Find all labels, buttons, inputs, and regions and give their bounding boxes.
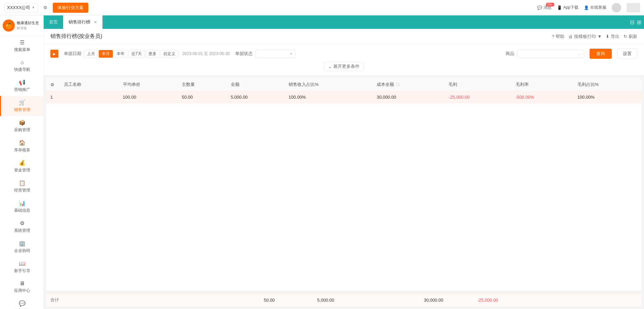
- tab-fullscreen-icon[interactable]: ⊞: [637, 19, 641, 25]
- date-btn-last-month[interactable]: 上月: [84, 50, 98, 58]
- wechat-icon: 💬: [19, 300, 26, 307]
- status-select[interactable]: [255, 50, 296, 58]
- online-service-label: 在线客服: [590, 5, 606, 10]
- setting-button[interactable]: 设置: [617, 48, 637, 59]
- settings-icon[interactable]: ⚙: [41, 3, 50, 12]
- avatar[interactable]: [612, 3, 621, 12]
- status-select-wrapper: ▼: [255, 50, 296, 58]
- tab-minimize-icon[interactable]: ⊟: [630, 19, 634, 25]
- sidebar-item-inventory[interactable]: 🏠 库存核算: [0, 136, 43, 156]
- sidebar-item-quick-nav[interactable]: ⌂ 快捷导航: [0, 56, 43, 76]
- sidebar-item-purchase[interactable]: 📦 采购管理: [0, 116, 43, 136]
- table-footer: 合计 50.00 5,000.00 30,000.00 -25,000.00: [46, 293, 641, 306]
- sidebar-label-finance: 资金管理: [14, 167, 30, 173]
- column-settings-icon[interactable]: ⚙: [50, 82, 54, 87]
- sidebar-label-nav: 快捷导航: [14, 67, 30, 72]
- date-filter-label: 单据日期: [64, 51, 81, 57]
- basic-icon: 📊: [19, 200, 26, 206]
- table-wrapper: ⚙ 员工名称 平均单价 主数量: [46, 78, 641, 291]
- refresh-icon: ↻: [624, 34, 627, 39]
- footer-label: 合计: [50, 297, 157, 303]
- download-icon: 📱: [557, 5, 562, 10]
- sidebar-item-search-order[interactable]: ☰ 搜索菜单: [0, 36, 43, 56]
- online-service-btn[interactable]: 👤 在线客服: [584, 5, 606, 10]
- sidebar-item-system[interactable]: ⚙ 系统管理: [0, 217, 43, 237]
- date-btn-group: 上月 本月 本年 近7天 更多 自定义: [84, 50, 178, 58]
- date-range-display: 2023-06-01 至 2023-06-30: [182, 51, 230, 57]
- sidebar-item-app-center[interactable]: 🖥 应用中心: [0, 277, 43, 297]
- sidebar-item-wechat[interactable]: 💬 企业微信: [0, 297, 43, 309]
- date-btn-this-year[interactable]: 本年: [114, 50, 128, 58]
- help-btn[interactable]: ? 帮助: [552, 34, 564, 40]
- cell-cost: 30,000.00: [373, 91, 444, 103]
- help-label: 帮助: [556, 34, 564, 40]
- sidebar-item-operations[interactable]: 📋 经营管理: [0, 176, 43, 197]
- sidebar-item-enterprise[interactable]: 🏢 企业协同: [0, 237, 43, 257]
- app-download-label: App下载: [563, 5, 578, 10]
- status-filter-label: 单据状态: [235, 51, 253, 57]
- date-btn-7days[interactable]: 近7天: [128, 50, 145, 58]
- help-icon: ?: [552, 34, 554, 39]
- app-center-icon: 🖥: [19, 280, 25, 287]
- message-icon: 💬: [537, 5, 542, 10]
- th-qty: 主数量: [178, 78, 227, 91]
- sidebar-item-guide[interactable]: 📖 新手引导: [0, 257, 43, 277]
- sidebar-item-sales[interactable]: 🛒 销售管理: [0, 96, 43, 116]
- expand-more-btn[interactable]: ⌄ 展开更多条件: [324, 62, 364, 71]
- company-selector[interactable]: XXXXX公司 ▼: [4, 3, 38, 12]
- print-label: 按模板打印: [574, 34, 596, 40]
- refresh-btn[interactable]: ↻ 刷新: [624, 34, 637, 40]
- sidebar-label-app-center: 应用中心: [14, 288, 30, 294]
- sidebar-item-basic[interactable]: 📊 基础信息: [0, 197, 43, 217]
- sidebar-label-operations: 经营管理: [14, 188, 30, 193]
- cost-info-icon[interactable]: ⓘ: [396, 83, 400, 87]
- cell-rank: 1: [46, 91, 60, 103]
- tab-actions: ⊟ ⊞: [630, 19, 644, 25]
- main-layout: 🍊 畅康通好生意 标准版 ☰ 搜索菜单 ⌂ 快捷导航 📢 营销推广 🛒 销售: [0, 15, 644, 309]
- th-sales-pct: 销售收入占比%: [285, 78, 373, 91]
- goods-more-icon: ···: [577, 51, 581, 56]
- home-icon: ⌂: [20, 59, 24, 65]
- query-button[interactable]: 查询: [590, 49, 612, 59]
- trial-button[interactable]: 体验行业方案: [53, 3, 88, 13]
- print-btn[interactable]: 🖨 按模板打印 ▼: [568, 34, 602, 40]
- cell-profit: -25,000.00: [444, 91, 511, 103]
- sidebar-item-finance[interactable]: 💰 资金管理: [0, 156, 43, 176]
- cell-profit-pct: 100.00%: [573, 91, 641, 103]
- message-btn[interactable]: 💬 消息 99+: [537, 5, 552, 10]
- goods-input-wrapper[interactable]: ···: [517, 50, 584, 58]
- date-btn-custom[interactable]: 自定义: [160, 50, 178, 58]
- date-btn-this-month[interactable]: 本月: [99, 50, 113, 58]
- sidebar-label-inventory: 库存核算: [14, 147, 30, 153]
- tab-home[interactable]: 首页: [44, 15, 63, 29]
- inventory-icon: 🏠: [19, 140, 26, 146]
- cell-amount: 5,000.00: [227, 91, 285, 103]
- app-download-btn[interactable]: 📱 App下载: [557, 5, 578, 10]
- tab-sales-rank[interactable]: 销售排行榜 ✕: [63, 15, 102, 29]
- th-name: 员工名称: [60, 78, 119, 91]
- goods-filter-label: 商品: [506, 51, 514, 57]
- page-header: 销售排行榜(按业务员) ? 帮助 🖨 按模板打印 ▼ ⬇: [44, 29, 644, 44]
- export-btn[interactable]: ⬇ 导出: [606, 34, 619, 40]
- print-icon: 🖨: [568, 34, 573, 39]
- date-btn-more[interactable]: 更多: [145, 50, 160, 58]
- sidebar-label-search: 搜索菜单: [14, 47, 30, 53]
- tab-close-icon[interactable]: ✕: [94, 20, 97, 24]
- enterprise-icon: 🏢: [19, 240, 26, 247]
- expand-label: 展开更多条件: [333, 63, 359, 69]
- page-header-actions: ? 帮助 🖨 按模板打印 ▼ ⬇ 导出 ↻: [552, 34, 637, 40]
- sidebar-item-marketing[interactable]: 📢 营销推广: [0, 76, 43, 96]
- logo-sub: 标准版: [17, 26, 39, 31]
- data-table: ⚙ 员工名称 平均单价 主数量: [46, 78, 641, 103]
- cell-profit-rate: -500.00%: [512, 91, 573, 103]
- message-badge: 99+: [546, 3, 554, 6]
- filter-date-item: 单据日期 上月 本月 本年 近7天 更多 自定义 2023-06-01 至 20…: [64, 50, 230, 58]
- th-cost: 成本全额 ⓘ: [373, 78, 444, 91]
- sidebar-label-sales: 销售管理: [14, 107, 30, 113]
- expand-down-icon: ⌄: [328, 64, 332, 69]
- filter-toggle-btn[interactable]: ▶: [50, 50, 58, 58]
- footer-total-label: 合计: [50, 297, 59, 302]
- footer-profit: -25,000.00: [477, 298, 531, 303]
- top-bar-right: 💬 消息 99+ 📱 App下载 👤 在线客服: [537, 3, 640, 12]
- cell-sales-pct: 100.00%: [285, 91, 373, 103]
